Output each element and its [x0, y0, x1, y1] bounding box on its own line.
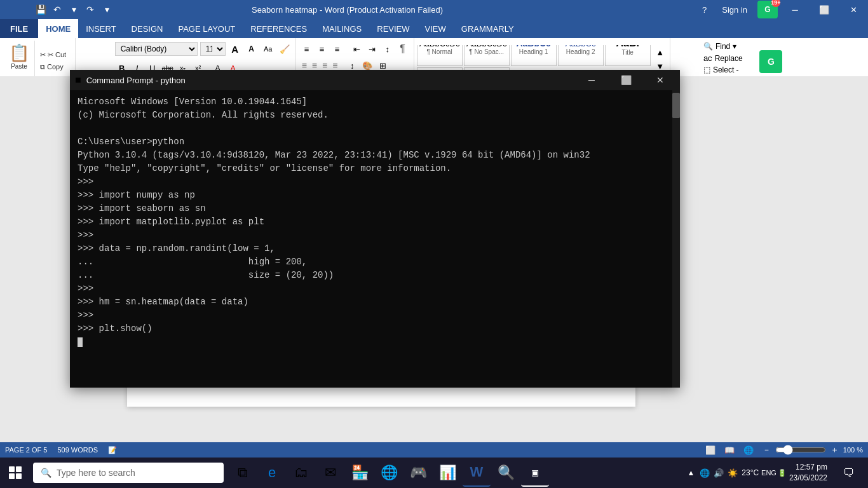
zoom-slider[interactable]: [775, 445, 826, 455]
tab-design[interactable]: DESIGN: [124, 19, 171, 38]
style-normal[interactable]: AaBbCcDc ¶ Normal: [417, 45, 463, 66]
find-icon: 🔍: [703, 42, 713, 51]
zoom-level[interactable]: 100 %: [843, 446, 863, 454]
system-tray-extra: ENG 🔋: [761, 469, 787, 477]
grammarly-ribbon-icon: G: [768, 57, 775, 67]
multilevel-button[interactable]: ≡: [330, 42, 344, 56]
tab-mailings[interactable]: MAILINGS: [315, 19, 369, 38]
cut-button[interactable]: ✂ ✂ Cut: [37, 50, 74, 60]
grammarly-titlebar-button[interactable]: G 19+: [757, 1, 778, 18]
undo-button[interactable]: ↶: [50, 2, 65, 17]
cmd-line-9: >>> import matplotlib.pyplot as plt: [78, 215, 672, 229]
styles-scroll-up[interactable]: ▲: [653, 46, 667, 60]
show-hidden-icon[interactable]: ▲: [687, 468, 695, 477]
zoom-in-button[interactable]: ＋: [829, 444, 841, 456]
font-name-selector[interactable]: Calibri (Body): [115, 42, 198, 56]
taskbar-word[interactable]: W: [463, 459, 491, 487]
notification-button[interactable]: 🗨: [835, 458, 863, 488]
status-words[interactable]: 509 WORDS: [57, 446, 98, 454]
cmd-line-10: >>>: [78, 229, 672, 242]
print-layout-button[interactable]: ⬜: [703, 445, 717, 455]
show-hide-button[interactable]: ¶: [396, 42, 410, 56]
save-button[interactable]: 💾: [33, 2, 48, 17]
cmd-body[interactable]: Microsoft Windows [Version 10.0.19044.16…: [70, 90, 680, 388]
undo-dropdown[interactable]: ▾: [66, 2, 81, 17]
sort-button[interactable]: ↕: [381, 42, 395, 56]
change-case-button[interactable]: Aa: [261, 42, 275, 56]
cmd-line-14: >>>: [78, 282, 672, 295]
cmd-line-8: >>> import seaborn as sn: [78, 202, 672, 215]
taskbar-search-app[interactable]: 🔍: [492, 459, 520, 487]
bullets-button[interactable]: ≡: [300, 42, 314, 56]
cmd-restore-button[interactable]: ⬜: [611, 70, 641, 90]
zoom-out-button[interactable]: －: [761, 444, 773, 456]
volume-icon[interactable]: 🔊: [714, 468, 724, 478]
decrease-indent-button[interactable]: ⇤: [350, 42, 364, 56]
tab-review[interactable]: REVIEW: [369, 19, 417, 38]
minimize-button[interactable]: ─: [780, 0, 810, 19]
web-layout-button[interactable]: 🌐: [742, 445, 756, 455]
mail-icon: ✉: [325, 464, 336, 481]
cmd-close-button[interactable]: ✕: [646, 70, 675, 90]
tab-references[interactable]: REFERENCES: [243, 19, 315, 38]
store-icon: 🏪: [351, 464, 369, 481]
style-heading1[interactable]: AaBbCc Heading 1: [511, 45, 557, 66]
copy-button[interactable]: ⧉ Copy: [37, 62, 74, 72]
close-button[interactable]: ✕: [839, 0, 868, 19]
start-button[interactable]: [0, 458, 31, 488]
restore-button[interactable]: ⬜: [810, 0, 839, 19]
redo-button[interactable]: ↷: [83, 2, 98, 17]
cmd-window-icon: ■: [75, 74, 81, 86]
proofing-icon[interactable]: 📝: [108, 446, 117, 454]
cmd-window: ■ Command Prompt - python ─ ⬜ ✕ Microsof…: [70, 70, 680, 388]
select-button[interactable]: ⬚ Select -: [701, 64, 745, 76]
taskbar-task-view[interactable]: ⧉: [229, 459, 257, 487]
zoom-control: － ＋ 100 %: [761, 444, 863, 456]
font-grow-button[interactable]: A: [228, 42, 242, 56]
tab-grammarly[interactable]: GRAMMARLY: [454, 19, 522, 38]
taskbar-file-explorer[interactable]: 🗂: [287, 459, 315, 487]
replace-button[interactable]: ac Replace: [701, 52, 745, 64]
style-title[interactable]: AaBl Title: [605, 45, 651, 66]
taskbar-clock[interactable]: 12:57 pm 23/05/2022: [789, 462, 827, 484]
increase-indent-button[interactable]: ⇥: [365, 42, 379, 56]
taskbar: 🔍 Type here to search ⧉ e 🗂 ✉ 🏪 🌐 🎮 📊 W: [0, 458, 868, 488]
tab-view[interactable]: VIEW: [417, 19, 454, 38]
quick-access-toolbar: 💾 ↶ ▾ ↷ ▾: [31, 0, 117, 19]
grammarly-open-button[interactable]: G: [759, 50, 782, 73]
style-no-spacing[interactable]: AaBbCcDc ¶ No Spac...: [464, 45, 510, 66]
tab-home[interactable]: HOME: [38, 19, 78, 38]
tab-page-layout[interactable]: PAGE LAYOUT: [170, 19, 243, 38]
taskbar-spreadsheet[interactable]: 📊: [433, 459, 461, 487]
tab-insert[interactable]: INSERT: [78, 19, 123, 38]
customize-qa-button[interactable]: ▾: [99, 2, 114, 17]
battery-icon[interactable]: 🔋: [778, 469, 787, 477]
select-icon: ⬚: [703, 65, 710, 74]
taskbar-cmd[interactable]: ▣: [521, 459, 549, 487]
game-icon: 🎮: [410, 464, 427, 481]
font-shrink-button[interactable]: A: [245, 42, 259, 56]
windows-logo-icon: [9, 466, 22, 479]
network-icon[interactable]: 🌐: [700, 468, 710, 478]
cmd-minimize-button[interactable]: ─: [577, 70, 606, 90]
cmd-scrollbar-thumb[interactable]: [672, 93, 680, 118]
find-button[interactable]: 🔍 Find ▾: [701, 41, 745, 52]
status-page[interactable]: PAGE 2 OF 5: [5, 446, 47, 454]
taskbar-search[interactable]: 🔍 Type here to search: [33, 463, 224, 483]
taskbar-game[interactable]: 🎮: [404, 459, 432, 487]
taskbar-edge[interactable]: e: [258, 459, 286, 487]
read-mode-button[interactable]: 📖: [722, 445, 736, 455]
font-size-selector[interactable]: 11: [200, 42, 226, 56]
style-heading2[interactable]: AaBbCc Heading 2: [558, 45, 604, 66]
taskbar-mail[interactable]: ✉: [316, 459, 344, 487]
clear-formatting-button[interactable]: 🧹: [278, 42, 292, 56]
taskbar-store[interactable]: 🏪: [346, 459, 374, 487]
language-icon[interactable]: ENG: [761, 469, 776, 477]
taskbar-browser[interactable]: 🌐: [375, 459, 403, 487]
cmd-scrollbar[interactable]: [672, 90, 680, 388]
sign-in-button[interactable]: Sign in: [714, 5, 755, 15]
tab-file[interactable]: FILE: [0, 19, 38, 38]
weather-icon: ☀️: [728, 468, 738, 478]
help-button[interactable]: ?: [695, 5, 714, 15]
numbering-button[interactable]: ≡: [315, 42, 329, 56]
